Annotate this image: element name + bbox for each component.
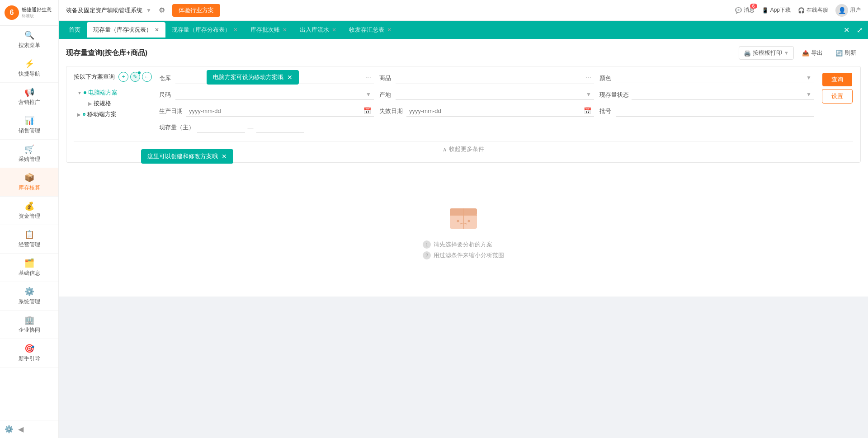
tab-inventory-status[interactable]: 现存量（库存状况表） ✕ [87,22,165,38]
sidebar-item-guide[interactable]: 🎯 新手引导 [0,339,58,367]
tab-close-all-icon[interactable]: ✕ [842,24,851,36]
dropdown-arrow-icon: ▼ [784,50,789,56]
sidebar-item-sales[interactable]: 📊 销售管理 [0,111,58,140]
mobile-scheme-node[interactable]: ▶ 移动端方案 [74,109,152,120]
tab-close-icon[interactable]: ✕ [283,27,287,33]
production-date-input[interactable] [189,108,363,114]
tab-inventory-dist[interactable]: 现存量（库存分布表） ✕ [165,22,244,38]
header-right: 💬 消息 6 📱 App下载 🎧 在线客服 👤 用户 [735,4,861,17]
edit-scheme-button[interactable]: ✎ [130,72,140,82]
page-actions: 🖨️ 按模板打印 ▼ 📤 导出 🔄 刷新 [739,46,861,60]
sidebar-item-operations[interactable]: 📋 经营管理 [0,225,58,254]
batch-number-label: 批号 [599,107,613,115]
system-title: 装备及固定资产辅助管理系统 ▼ [66,6,151,14]
expiry-date-label: 失效日期 [379,107,404,115]
sidebar-item-search[interactable]: 🔍 搜索菜单 [0,26,58,54]
tab-in-out-flow[interactable]: 出入库流水 ✕ [293,22,343,38]
reset-button[interactable]: 设置 [822,89,853,104]
online-support-button[interactable]: 🎧 在线客服 [798,6,828,14]
user-menu[interactable]: 👤 用户 [835,4,861,17]
sidebar-item-inventory[interactable]: 📦 库存核算 [0,168,58,197]
guide-icon: 🎯 [24,344,34,353]
system-icon: ⚙️ [24,287,34,297]
empty-illustration [441,197,486,233]
sidebar-settings-icon[interactable]: ⚙️ [5,425,14,433]
color-dropdown-icon[interactable]: ▼ [806,75,811,81]
empty-hint-2: 2 用过滤条件来缩小分析范围 [423,251,504,259]
inventory-qty-min-input[interactable] [200,124,236,131]
indicator-dot [138,71,141,74]
page-inner: 现存量查询(按仓库+商品) 🖨️ 按模板打印 ▼ 📤 导出 🔄 [59,39,868,297]
export-button[interactable]: 📤 导出 [797,47,827,59]
refresh-icon: 🔄 [835,50,843,57]
scheme-popup: 电脑方案可设为移动方案哦 ✕ [207,70,299,85]
sidebar-item-system[interactable]: ⚙️ 系统管理 [0,282,58,311]
scheme-panel: 按以下方案查询 + ✎ ← [74,72,152,122]
add-scheme-button[interactable]: + [118,72,128,82]
sidebar-item-marketing[interactable]: 📢 营销推广 [0,83,58,111]
pc-scheme-node[interactable]: ▼ 电脑端方案 [74,87,152,98]
enterprise-icon: 🏢 [24,315,34,325]
color-label: 颜色 [599,74,613,82]
production-date-label: 生产日期 [159,107,184,115]
expiry-date-calendar-icon[interactable]: 📅 [584,107,591,114]
tab-batch-ledger[interactable]: 库存批次账 ✕ [244,22,293,38]
tab-close-icon[interactable]: ✕ [332,27,336,33]
messages-button[interactable]: 💬 消息 6 [735,6,755,14]
tab-close-icon[interactable]: ✕ [387,27,392,33]
template-print-button[interactable]: 🖨️ 按模板打印 ▼ [739,46,794,60]
sidebar: 6 畅捷通好生意 标准版 🔍 搜索菜单 ⚡ 快捷导航 📢 营销推广 📊 [0,0,59,438]
collapse-button[interactable]: ∧ 收起更多条件 [443,145,484,153]
sales-icon: 📊 [24,116,34,126]
sidebar-item-enterprise[interactable]: 🏢 企业协同 [0,311,58,339]
product-field: 商品 ··· [379,72,594,84]
pc-scheme-item[interactable]: ▶ 按规格 [85,98,152,109]
size-field: 尺码 ▼ [159,89,374,100]
scheme-edit-popup-close[interactable]: ✕ [222,153,227,160]
sidebar-item-quick-nav[interactable]: ⚡ 快捷导航 [0,54,58,83]
header-settings-icon[interactable]: ⚙ [159,6,165,14]
marketing-icon: 📢 [24,87,34,97]
main-area: 装备及固定资产辅助管理系统 ▼ ⚙ 体验行业方案 💬 消息 6 📱 App下载 … [59,0,868,438]
filter-section: 电脑方案可设为移动方案哦 ✕ 按以下方案查询 + [66,66,861,163]
inventory-qty-max-input[interactable] [259,124,295,131]
search-icon: 🔍 [24,30,34,40]
tab-close-icon[interactable]: ✕ [155,27,159,33]
page-title: 现存量查询(按仓库+商品) [66,48,147,58]
sidebar-item-purchase[interactable]: 🛒 采购管理 [0,140,58,168]
outline-dot-icon [83,113,85,116]
sidebar-item-basic-info[interactable]: 🗂️ 基础信息 [0,254,58,282]
tab-close-icon[interactable]: ✕ [233,27,238,33]
query-button[interactable]: 查询 [822,73,852,86]
top-header: 装备及固定资产辅助管理系统 ▼ ⚙ 体验行业方案 💬 消息 6 📱 App下载 … [59,0,868,21]
size-dropdown-icon[interactable]: ▼ [366,91,371,98]
back-scheme-button[interactable]: ← [142,72,152,82]
inventory-status-field: 现存量状态 ▼ [599,89,814,100]
origin-field: 产地 ▼ [379,89,594,100]
batch-number-field: 批号 [599,106,814,117]
support-icon: 🎧 [798,7,805,14]
tab-maximize-icon[interactable]: ⤢ [855,24,864,36]
product-dots[interactable]: ··· [585,74,591,82]
trial-button[interactable]: 体验行业方案 [172,4,220,17]
message-icon: 💬 [735,7,742,14]
refresh-button[interactable]: 🔄 刷新 [831,47,861,59]
app-download-button[interactable]: 📱 App下载 [762,6,791,14]
empty-state: 1 请先选择要分析的方案 2 用过滤条件来缩小分析范围 [66,170,861,289]
sidebar-item-finance[interactable]: 💰 资金管理 [0,197,58,225]
user-avatar: 👤 [835,4,848,17]
production-date-calendar-icon[interactable]: 📅 [363,107,371,114]
warehouse-dots[interactable]: ··· [365,74,371,82]
batch-number-input[interactable] [618,108,811,114]
scheme-edit-popup: 这里可以创建和修改方案哦 ✕ [141,149,233,164]
origin-dropdown-icon[interactable]: ▼ [586,91,591,98]
selected-dot-icon [84,91,86,94]
scheme-popup-close[interactable]: ✕ [287,74,292,81]
product-label: 商品 [379,74,393,82]
sidebar-collapse-icon[interactable]: ◀ [18,425,24,433]
expiry-date-input[interactable] [409,108,584,114]
tab-home[interactable]: 首页 [62,22,87,38]
tab-receive-send[interactable]: 收发存汇总表 ✕ [343,22,398,38]
inv-status-dropdown-icon[interactable]: ▼ [806,91,811,98]
svg-point-4 [457,220,459,222]
